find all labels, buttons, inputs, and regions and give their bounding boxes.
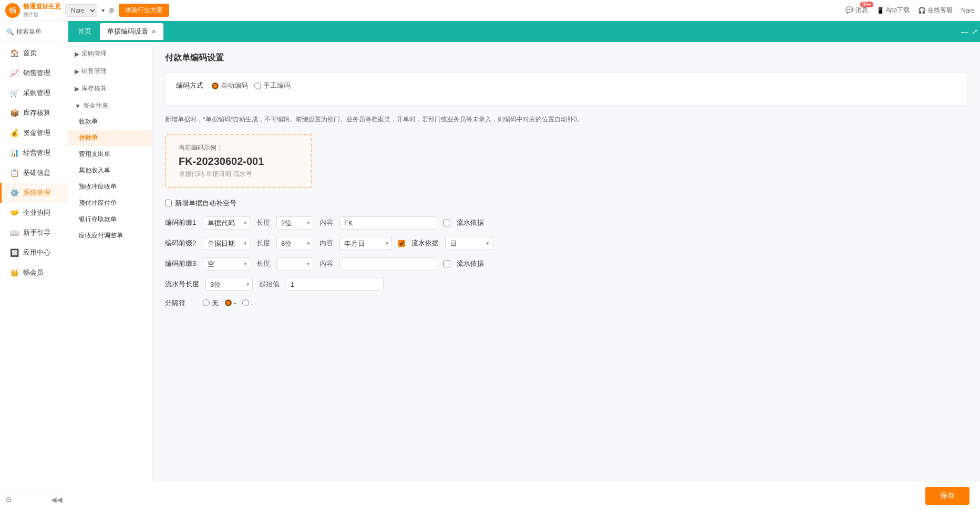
guide-icon: 📖 [10, 228, 19, 237]
prefix3-row: 编码前缀3 空 部门 业务员 长度 2位 3位 [165, 257, 967, 271]
prefix1-length-wrapper: 2位 3位 4位 [276, 216, 313, 230]
prefix2-serial-checkbox[interactable] [398, 240, 405, 247]
headset-icon: 🎧 [918, 7, 926, 14]
prefix3-content-input[interactable] [339, 257, 437, 271]
save-button[interactable]: 保存 [925, 487, 969, 505]
sidebar-item-enterprise[interactable]: 🤝 企业协同 [0, 203, 68, 223]
sidebar-item-sales[interactable]: 📈 销售管理 [0, 63, 68, 83]
tab-home[interactable]: 首页 [70, 23, 99, 40]
sub-group-title-inventory[interactable]: ▶ 库存核算 [68, 81, 152, 96]
prefix2-length-label: 长度 [256, 238, 270, 248]
sub-item-other-income[interactable]: 其他收入单 [68, 162, 152, 179]
message-area[interactable]: 💬 消息 99+ [845, 6, 868, 15]
prefix1-length-select[interactable]: 2位 3位 4位 [276, 216, 313, 230]
prefix2-content-label: 内容 [319, 238, 333, 248]
settings-btn[interactable]: ⚙ [109, 7, 115, 14]
sidebar-item-operation[interactable]: 📊 经营管理 [0, 143, 68, 163]
sub-item-ar-ap-adj[interactable]: 应收应付调整单 [68, 227, 152, 244]
sub-item-prepay-payment[interactable]: 预付冲应付单 [68, 195, 152, 211]
sep-none-option[interactable]: 无 [203, 298, 219, 308]
page-title: 付款单编码设置 [165, 53, 967, 64]
prefix2-serial-label: 流水依据 [411, 238, 439, 248]
tab-close-btn[interactable]: ✕ [151, 28, 156, 35]
sub-group-title-capital[interactable]: ▼ 资金往来 [68, 98, 152, 113]
sidebar-collapse-btn[interactable]: ◀◀ [51, 495, 63, 504]
sidebar-item-guide[interactable]: 📖 新手引导 [0, 223, 68, 243]
start-value-input[interactable] [286, 278, 384, 291]
sidebar-search: 🔍 搜索菜单 [0, 21, 68, 43]
sub-group-inventory: ▶ 库存核算 [68, 81, 152, 96]
company-select[interactable]: Nare [65, 4, 97, 17]
serial-length-row: 流水号长度 3位 4位 5位 起始值 [165, 278, 967, 291]
sidebar-item-inventory[interactable]: 📦 库存核算 [0, 103, 68, 123]
sidebar-settings-btn[interactable]: ⚙ [5, 495, 12, 504]
app-center-icon: 🔲 [10, 248, 19, 257]
sub-group-capital: ▼ 资金往来 收款单 付款单 费用支出单 其他收入单 [68, 98, 152, 244]
chevron-down-icon: ▼ [75, 102, 81, 110]
prefix1-row: 编码前缀1 单据代码 部门 业务员 空 长度 2位 3位 [165, 216, 967, 230]
sidebar-item-purchase[interactable]: 🛒 采购管理 [0, 83, 68, 103]
prefix1-select[interactable]: 单据代码 部门 业务员 空 [203, 216, 250, 230]
sidebar-item-finance[interactable]: 💰 资金管理 [0, 123, 68, 143]
dropdown-btn[interactable]: ▾ [101, 7, 105, 14]
prefix2-unit-wrapper: 日 月 年 [445, 237, 492, 250]
page-content: 付款单编码设置 编码方式 自动编码 手工编码 [152, 42, 980, 482]
prefix3-serial-checkbox[interactable] [443, 261, 450, 267]
message-icon: 💬 [845, 6, 853, 14]
sep-dash-radio[interactable] [225, 299, 232, 306]
sub-group-title-sales[interactable]: ▶ 销售管理 [68, 64, 152, 79]
online-service-btn[interactable]: 🎧 在线客服 [918, 6, 953, 15]
search-icon: 🔍 [6, 28, 14, 36]
prefix2-length-select[interactable]: 8位 6位 4位 [276, 237, 313, 250]
sep-none-radio[interactable] [203, 299, 210, 306]
sep-dot-radio[interactable] [242, 299, 249, 306]
manual-code-radio[interactable] [254, 82, 261, 89]
separator-label: 分隔符 [165, 298, 197, 308]
content-panel: ▶ 采购管理 ▶ 销售管理 ▶ 库存核算 [68, 42, 980, 482]
manual-code-option[interactable]: 手工编码 [254, 81, 291, 90]
sep-dot-option[interactable]: . [242, 299, 253, 307]
tab-maximize-btn[interactable]: ⤢ [972, 27, 978, 36]
encoding-radio-group: 自动编码 手工编码 [212, 81, 291, 90]
prefix3-content-label: 内容 [319, 259, 333, 268]
sub-group-title-purchase[interactable]: ▶ 采购管理 [68, 46, 152, 61]
sep-dash-option[interactable]: - [225, 299, 236, 307]
auto-fill-checkbox[interactable] [165, 200, 172, 206]
auto-code-radio[interactable] [212, 82, 219, 89]
prefix3-length-select[interactable]: 2位 3位 [276, 257, 313, 271]
finance-icon: 💰 [10, 129, 19, 137]
prefix3-label: 编码前缀3 [165, 259, 197, 268]
tab-encoding[interactable]: 单据编码设置 ✕ [100, 23, 163, 40]
prefix2-unit-select[interactable]: 日 月 年 [445, 237, 492, 250]
sub-item-prepay-receipt[interactable]: 预收冲应收单 [68, 179, 152, 195]
sub-group-sales: ▶ 销售管理 [68, 64, 152, 79]
sub-item-receipt[interactable]: 收款单 [68, 113, 152, 130]
serial-length-select[interactable]: 3位 4位 5位 [205, 278, 253, 291]
trial-btn[interactable]: 体验行业方案 [119, 4, 169, 17]
sidebar-item-system[interactable]: ⚙️ 系统管理 [0, 183, 68, 203]
auto-fill-row: 新增单据自动补空号 [165, 199, 967, 208]
prefix1-serial-checkbox[interactable] [443, 220, 450, 226]
encoding-card: 编码方式 自动编码 手工编码 [165, 72, 967, 106]
prefix1-content-input[interactable] [339, 216, 437, 230]
prefix3-select-wrapper: 空 部门 业务员 [203, 257, 250, 271]
app-download-btn[interactable]: 📱 App下载 [876, 6, 910, 15]
prefix2-select[interactable]: 单据日期 部门 业务员 空 [203, 237, 250, 250]
prefix2-length-wrapper: 8位 6位 4位 [276, 237, 313, 250]
member-icon: 👑 [10, 268, 19, 277]
chevron-right-icon2: ▶ [75, 68, 79, 75]
tab-minimize-btn[interactable]: — [961, 27, 968, 36]
sidebar-item-member[interactable]: 👑 畅会员 [0, 263, 68, 283]
search-menu-btn[interactable]: 🔍 搜索菜单 [4, 25, 64, 38]
sidebar-item-basic[interactable]: 📋 基础信息 [0, 163, 68, 183]
sidebar-item-app-center[interactable]: 🔲 应用中心 [0, 243, 68, 263]
prefix2-content-select[interactable]: 年月日 年月 年 [339, 237, 392, 250]
sub-item-expense[interactable]: 费用支出单 [68, 146, 152, 162]
sidebar-item-home[interactable]: 🏠 首页 [0, 43, 68, 63]
download-icon: 📱 [876, 7, 884, 14]
sub-item-bank-deposit[interactable]: 银行存取款单 [68, 211, 152, 227]
prefix3-select[interactable]: 空 部门 业务员 [203, 257, 250, 271]
system-icon: ⚙️ [10, 189, 19, 197]
auto-code-option[interactable]: 自动编码 [212, 81, 248, 90]
sub-item-payment[interactable]: 付款单 [68, 130, 152, 146]
